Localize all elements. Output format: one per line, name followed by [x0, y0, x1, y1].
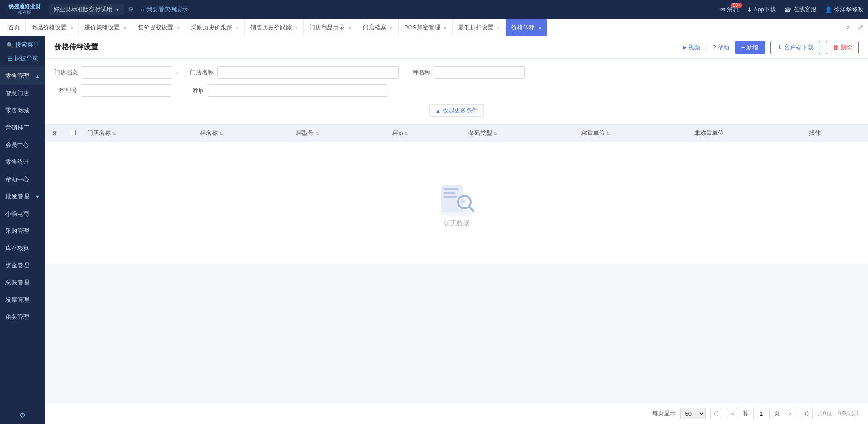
trash-icon: 🗑 — [833, 44, 839, 51]
tab-product-price[interactable]: 商品价格设置 × — [26, 19, 79, 36]
close-icon[interactable]: × — [177, 25, 180, 30]
sidebar-search[interactable]: 🔍 搜索菜单 — [0, 36, 45, 52]
scale-model-input[interactable] — [81, 84, 171, 97]
scale-name-input[interactable] — [434, 66, 525, 79]
help-button[interactable]: ? 帮助 — [713, 43, 729, 52]
help-icon: ? — [713, 44, 716, 51]
close-tab-button[interactable]: × — [844, 23, 852, 33]
tab-store-archive[interactable]: 门店档案 × — [357, 19, 399, 36]
prev-page-button[interactable]: ＜ — [727, 408, 738, 419]
collapse-row: ▲ 收起更多条件 — [54, 102, 859, 120]
sidebar-member-label: 会员中心 — [5, 141, 29, 149]
sort-icon[interactable]: ⇅ — [316, 131, 319, 136]
sidebar-item-purchase[interactable]: 采购管理 — [0, 222, 45, 240]
th-scale-model-label: 秤型号 — [296, 130, 314, 136]
th-checkbox[interactable] — [63, 125, 82, 142]
sidebar-item-ecommerce[interactable]: 小畅电商 — [0, 205, 45, 222]
tab-store-catalog[interactable]: 门店商品目录 × — [304, 19, 357, 36]
demo-icon: ○ — [141, 6, 145, 13]
app-download-button[interactable]: ⬇ App下载 — [747, 5, 776, 14]
th-store-name: 门店名称 ⇅ — [82, 125, 195, 142]
close-icon[interactable]: × — [390, 25, 393, 30]
app-title: 畅捷通好业财 — [8, 3, 41, 10]
store-archive-input[interactable] — [82, 66, 172, 79]
user-menu[interactable]: 👤 徐泽华修改 — [825, 5, 863, 14]
tab-purchase-strategy[interactable]: 进价策略设置 × — [79, 19, 132, 36]
tab-store-archive-label: 门店档案 — [363, 24, 386, 32]
sidebar-item-member[interactable]: 会员中心 — [0, 136, 45, 154]
sidebar-bottom: ⚙ — [0, 406, 45, 424]
sort-icon[interactable]: ⇅ — [493, 131, 497, 136]
sidebar-item-finance[interactable]: 资金管理 — [0, 257, 45, 274]
sidebar-retail-stats-label: 零售统计 — [5, 158, 29, 166]
sort-icon[interactable]: ⇅ — [405, 131, 408, 136]
close-icon[interactable]: × — [444, 25, 447, 30]
sidebar-quick-nav[interactable]: ☰ 快捷导航 — [0, 52, 45, 66]
sort-icon[interactable]: ⇅ — [219, 131, 223, 136]
sidebar-item-retail-mall[interactable]: 零售商城 — [0, 102, 45, 119]
scale-ip-input[interactable] — [207, 84, 388, 97]
svg-rect-4 — [443, 196, 457, 198]
sidebar-settings-icon[interactable]: ⚙ — [20, 411, 26, 419]
close-icon[interactable]: × — [348, 25, 351, 30]
close-icon[interactable]: × — [497, 25, 500, 30]
close-icon[interactable]: × — [538, 25, 541, 30]
maximize-tab-button[interactable]: ⤢ — [856, 22, 865, 33]
sidebar-finance-label: 资金管理 — [5, 261, 29, 270]
sidebar-item-smart-store[interactable]: 智慧门店 — [0, 85, 45, 102]
messages-button[interactable]: ✉ 消息 99+ — [720, 5, 739, 14]
sidebar-item-tax[interactable]: 税务管理 — [0, 308, 45, 326]
sidebar-item-marketing[interactable]: 营销推广 — [0, 119, 45, 136]
sidebar-retail-label: 零售管理 — [5, 72, 29, 80]
per-page-select[interactable]: 50 10 20 100 — [680, 408, 706, 419]
settings-icon[interactable]: ⚙ — [128, 5, 134, 14]
close-icon[interactable]: × — [70, 25, 73, 30]
sidebar-item-retail-stats[interactable]: 零售统计 — [0, 154, 45, 171]
scale-name-label: 秤名称 — [408, 68, 430, 77]
more-icon[interactable]: ··· — [176, 69, 181, 76]
close-icon[interactable]: × — [295, 25, 298, 30]
collapse-button[interactable]: ▲ 收起更多条件 — [429, 104, 484, 117]
th-settings[interactable]: ⚙ — [45, 125, 63, 142]
version-dropdown[interactable]: 好业财标准版交付试用 ▼ — [49, 4, 124, 15]
table-footer: 每页显示 50 10 20 100 ⟨⟨ ＜ 算 页 ＞ ⟩⟩ 共0页，0条记录 — [45, 403, 868, 424]
last-page-button[interactable]: ⟩⟩ — [801, 408, 813, 419]
sidebar-item-retail-mgmt[interactable]: 零售管理 ▲ — [0, 67, 45, 85]
sidebar-item-help[interactable]: 帮助中心 — [0, 171, 45, 188]
close-icon[interactable]: × — [123, 25, 126, 30]
video-button[interactable]: ▶ 视频 — [683, 43, 700, 52]
page-number-input[interactable] — [753, 408, 770, 419]
sidebar-item-ledger[interactable]: 总账管理 — [0, 274, 45, 291]
sidebar-item-invoice[interactable]: 发票管理 — [0, 291, 45, 308]
select-all-checkbox[interactable] — [70, 130, 76, 135]
sidebar-item-wholesale[interactable]: 批发管理 ▼ — [0, 188, 45, 205]
download-button[interactable]: ⬇ 客户端下载 — [770, 41, 820, 54]
sort-icon[interactable]: ⇅ — [112, 131, 116, 136]
tab-purchase-history[interactable]: 采购历史价跟踪 × — [185, 19, 244, 36]
first-page-button[interactable]: ⟨⟨ — [710, 408, 722, 419]
table-container: ⚙ 门店名称 ⇅ 秤名称 ⇅ — [45, 125, 868, 264]
add-button[interactable]: + 新增 — [735, 41, 765, 54]
next-page-button[interactable]: ＞ — [785, 408, 796, 419]
page-label: 算 — [743, 410, 749, 418]
form-row-1: 门店档案 ··· 门店名称 秤名称 — [54, 66, 859, 79]
chevron-down-icon: ▼ — [115, 7, 120, 12]
tab-sale-price[interactable]: 售价提取设置 × — [132, 19, 185, 36]
store-name-input[interactable] — [217, 66, 399, 79]
delete-button[interactable]: 🗑 删除 — [826, 41, 859, 54]
tab-min-discount[interactable]: 最低折扣设置 × — [453, 19, 506, 36]
sidebar-purchase-label: 采购管理 — [5, 227, 29, 235]
empty-state: 暂无数据 — [45, 142, 868, 264]
tab-price-scale[interactable]: 价格传秤 × — [506, 19, 547, 36]
online-service-button[interactable]: ☎ 在线客服 — [784, 5, 817, 14]
arrow-down-icon: ▼ — [35, 194, 40, 199]
tab-pos-mgmt[interactable]: POS加密管理 × — [399, 19, 453, 36]
demo-button[interactable]: ○ 我要看实例演示 — [141, 5, 188, 14]
user-icon: 👤 — [825, 6, 832, 13]
close-icon[interactable]: × — [236, 25, 239, 30]
sidebar-tax-label: 税务管理 — [5, 313, 29, 321]
sidebar-item-inventory[interactable]: 库存核算 — [0, 240, 45, 257]
tab-sales-history[interactable]: 销售历史价跟踪 × — [245, 19, 304, 36]
sort-icon[interactable]: ⇅ — [606, 131, 610, 136]
tab-home[interactable]: 首页 — [3, 19, 26, 36]
